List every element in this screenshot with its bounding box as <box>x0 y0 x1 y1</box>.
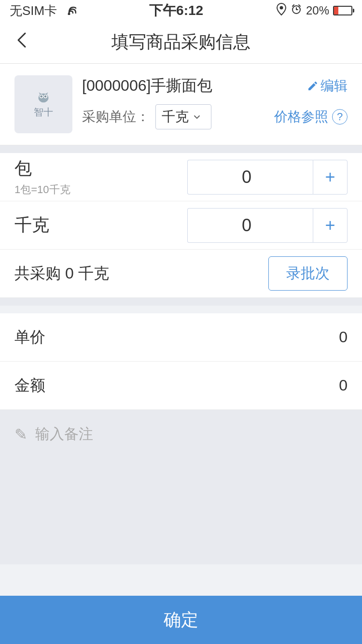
battery-percent: 20% <box>306 4 329 17</box>
main-content: 智十 [0000006]手撕面包 编辑 采购单位： 千克 <box>0 64 362 613</box>
product-card: 智十 [0000006]手撕面包 编辑 采购单位： 千克 <box>0 64 362 145</box>
alarm-icon <box>291 3 302 18</box>
bag-input-control: + <box>82 160 348 195</box>
summary-text: 共采购 0 千克 <box>14 263 109 284</box>
amount-row: 金额 0 <box>0 362 362 410</box>
brand-text: 智十 <box>34 106 53 119</box>
sim-text: 无SIM卡 <box>10 2 57 19</box>
unit-price-value: 0 <box>339 328 348 346</box>
bag-plus-button[interactable]: + <box>313 160 348 195</box>
wifi-icon <box>62 3 76 18</box>
bag-label-group: 包 1包=10千克 <box>14 157 82 197</box>
price-ref[interactable]: 价格参照 ? <box>274 108 348 126</box>
svg-point-11 <box>45 96 46 97</box>
bag-quantity-input[interactable] <box>187 160 313 195</box>
bag-label: 包 <box>14 157 82 181</box>
bag-quantity-row: 包 1包=10千克 + <box>0 153 362 201</box>
status-bar: 无SIM卡 下午6:12 20% <box>0 0 362 21</box>
bag-sub-label: 1包=10千克 <box>14 182 82 197</box>
battery-icon <box>333 6 352 15</box>
svg-point-1 <box>279 6 283 10</box>
quantity-section: 包 1包=10千克 + 千克 + 共采购 0 <box>0 153 362 298</box>
unit-select[interactable]: 千克 <box>155 104 211 129</box>
pencil-icon: ✎ <box>14 425 28 444</box>
product-name: [0000006]手撕面包 <box>82 75 212 97</box>
confirm-button[interactable]: 确定 <box>164 608 198 632</box>
kg-label: 千克 <box>14 213 82 237</box>
status-left: 无SIM卡 <box>10 2 76 19</box>
location-icon <box>276 3 287 18</box>
unit-price-label: 单价 <box>14 327 45 348</box>
unit-label: 采购单位： <box>82 108 150 126</box>
product-thumbnail: 智十 <box>14 75 72 133</box>
record-batch-button[interactable]: 录批次 <box>268 256 348 291</box>
kg-quantity-row: 千克 + <box>0 201 362 250</box>
kg-quantity-input[interactable] <box>187 208 313 243</box>
back-button[interactable] <box>14 29 28 55</box>
svg-point-0 <box>68 13 70 15</box>
section-separator-2 <box>0 298 362 306</box>
page-title: 填写商品采购信息 <box>111 30 251 54</box>
amount-label: 金额 <box>14 375 45 396</box>
content-spacer <box>0 468 362 564</box>
help-icon: ? <box>332 109 348 125</box>
kg-label-group: 千克 <box>14 213 82 237</box>
svg-point-10 <box>42 96 42 97</box>
section-separator-1 <box>0 145 362 153</box>
status-right: 20% <box>276 3 352 18</box>
remark-placeholder: 输入备注 <box>35 424 93 444</box>
nav-bar: 填写商品采购信息 <box>0 21 362 64</box>
status-time: 下午6:12 <box>149 1 203 20</box>
kg-plus-button[interactable]: + <box>313 208 348 243</box>
kg-input-control: + <box>82 208 348 243</box>
summary-row: 共采购 0 千克 录批次 <box>0 250 362 298</box>
product-name-row: [0000006]手撕面包 编辑 <box>82 75 348 97</box>
confirm-bar[interactable]: 确定 <box>0 596 362 644</box>
remark-section[interactable]: ✎ 输入备注 <box>0 410 362 468</box>
unit-price-row: 单价 0 <box>0 313 362 362</box>
amount-value: 0 <box>339 377 348 394</box>
product-info: [0000006]手撕面包 编辑 采购单位： 千克 <box>82 75 348 129</box>
price-section: 单价 0 金额 0 <box>0 313 362 410</box>
edit-link[interactable]: 编辑 <box>307 77 348 95</box>
product-unit-row: 采购单位： 千克 价格参照 ? <box>82 104 348 129</box>
